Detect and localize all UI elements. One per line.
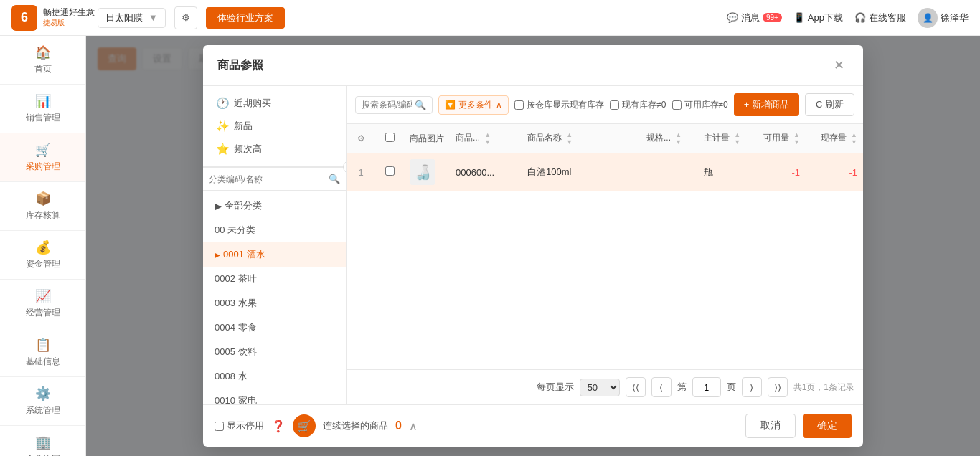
row-spec [641, 153, 698, 191]
category-item-0003[interactable]: 0003 水果 [203, 291, 346, 315]
sidebar-label-basic: 基础信息 [26, 356, 60, 368]
col-spec[interactable]: 规格... ▲▼ [641, 124, 698, 153]
sidebar-item-inventory[interactable]: 📦 库存核算 [0, 182, 85, 231]
category-tri-0001: ▶ [215, 251, 220, 259]
toolbar-right: + 新增商品 C 刷新 [734, 93, 854, 116]
modal-body: 🕐 近期购买 ✨ 新品 ⭐ 频次高 [203, 86, 863, 404]
per-page-select[interactable]: 50 100 [580, 379, 620, 396]
confirm-button[interactable]: 确定 [803, 414, 852, 438]
category-search-input[interactable] [209, 174, 326, 184]
checkbox-stock-ne0[interactable]: 现有库存≠0 [610, 99, 666, 111]
page-input[interactable] [692, 377, 721, 397]
frequent-icon: ⭐ [216, 143, 230, 156]
trial-button[interactable]: 体验行业方案 [206, 7, 285, 29]
message-item[interactable]: 💬 消息 99+ [727, 11, 782, 24]
sidebar-item-finance[interactable]: 💰 资金管理 [0, 231, 85, 280]
checkbox-stock-ne0-input[interactable] [610, 100, 619, 110]
footer-left: 显示停用 ❓ 🛒 连续选择的商品 0 ∧ [215, 414, 738, 437]
message-label: 消息 [741, 11, 760, 24]
category-arrow-all: ▶ [215, 201, 222, 212]
tab-recent[interactable]: 🕐 近期购买 [209, 92, 340, 115]
col-checkbox [375, 124, 404, 153]
store-selector[interactable]: 日太阳膜 ▼ [98, 8, 166, 28]
service-item[interactable]: 🎧 在线客服 [854, 11, 906, 24]
prev-page-button[interactable]: ⟨ [651, 377, 672, 397]
main-layout: 🏠 首页 📊 销售管理 🛒 采购管理 📦 库存核算 💰 资金管理 📈 经营管理 … [0, 36, 980, 456]
category-item-0005[interactable]: 0005 饮料 [203, 340, 346, 364]
col-code[interactable]: 商品... ▲▼ [450, 124, 522, 153]
category-list: ▶ 全部分类 00 未分类 ▶ 0001 酒水 0002 茶 [203, 191, 346, 404]
category-item-00[interactable]: 00 未分类 [203, 218, 346, 242]
sidebar-item-enterprise[interactable]: 🏢 企业协同 [0, 426, 85, 456]
message-icon: 💬 [727, 12, 738, 23]
help-icon[interactable]: ❓ [271, 419, 286, 433]
row-checkbox-cell[interactable] [375, 153, 404, 191]
sidebar-label-finance: 资金管理 [26, 258, 60, 270]
tab-frequent-label: 频次高 [234, 143, 262, 156]
finance-icon: 💰 [35, 239, 51, 255]
cancel-button[interactable]: 取消 [745, 414, 796, 438]
sidebar-item-basic[interactable]: 📋 基础信息 [0, 328, 85, 377]
sidebar-item-purchase[interactable]: 🛒 采购管理 [0, 133, 85, 182]
tab-new[interactable]: ✨ 新品 [209, 115, 340, 138]
cart-button[interactable]: 🛒 [293, 414, 316, 437]
sales-icon: 📊 [35, 93, 51, 109]
sidebar-label-sales: 销售管理 [26, 112, 60, 124]
cart-count: 0 [395, 419, 402, 432]
checkbox-avail-ne0[interactable]: 可用库存≠0 [672, 99, 728, 111]
sidebar-item-sales[interactable]: 📊 销售管理 [0, 85, 85, 133]
show-disabled-input[interactable] [215, 422, 224, 431]
select-all-checkbox[interactable] [385, 133, 395, 142]
show-disabled-checkbox[interactable]: 显示停用 [215, 419, 264, 432]
category-search-icon[interactable]: 🔍 [329, 174, 340, 184]
footer-right: 取消 确定 [745, 414, 852, 438]
sidebar-label-business: 经营管理 [26, 307, 60, 319]
refresh-button[interactable]: C 刷新 [805, 93, 854, 116]
settings-icon[interactable]: ⚙ [174, 6, 197, 29]
first-page-button[interactable]: ⟨⟨ [626, 377, 646, 397]
sidebar-item-system[interactable]: ⚙️ 系统管理 [0, 377, 85, 426]
product-table: ⚙ 商品图片 商品... ▲▼ [347, 124, 863, 191]
sidebar-item-home[interactable]: 🏠 首页 [0, 36, 85, 85]
row-checkbox[interactable] [385, 166, 395, 176]
search-icon: 🔍 [415, 100, 426, 110]
category-label-0003: 0003 水果 [215, 297, 257, 310]
sidebar-label-home: 首页 [34, 63, 52, 75]
product-search-input[interactable] [362, 100, 412, 110]
checkbox-warehouse[interactable]: 按仓库显示现有库存 [514, 99, 604, 111]
user-item[interactable]: 👤 徐泽华 [918, 8, 969, 28]
headset-icon: 🎧 [854, 12, 866, 23]
modal-close-button[interactable]: ✕ [829, 55, 849, 75]
col-stock[interactable]: 现存量 ▲▼ [806, 124, 863, 153]
filter-button[interactable]: 🔽 更多条件 ∧ [438, 95, 509, 115]
checkbox-avail-ne0-input[interactable] [672, 100, 682, 110]
table-row[interactable]: 1 🍶 000600... 白酒100ml 瓶 -1 -1 [347, 153, 863, 191]
checkbox-warehouse-input[interactable] [514, 100, 524, 110]
category-item-0004[interactable]: 0004 零食 [203, 315, 346, 340]
category-label-00: 00 未分类 [215, 224, 255, 237]
category-item-0008[interactable]: 0008 水 [203, 364, 346, 389]
col-unit[interactable]: 主计量 ▲▼ [698, 124, 748, 153]
collapse-footer-icon[interactable]: ∧ [409, 419, 418, 433]
category-item-0001[interactable]: ▶ 0001 酒水 [203, 242, 346, 267]
last-page-button[interactable]: ⟩⟩ [768, 377, 788, 397]
category-label-all: 全部分类 [225, 199, 262, 212]
category-item-0002[interactable]: 0002 茶叶 [203, 267, 346, 291]
app-download-item[interactable]: 📱 App下载 [793, 11, 843, 24]
col-avail[interactable]: 可用量 ▲▼ [748, 124, 806, 153]
sidebar-item-business[interactable]: 📈 经营管理 [0, 280, 85, 328]
logo-area: 6 畅捷通好生意 捷易版 [11, 5, 98, 31]
add-product-button[interactable]: + 新增商品 [734, 93, 799, 116]
store-name: 日太阳膜 [105, 11, 143, 24]
page-label2: 页 [727, 381, 736, 394]
category-item-0010[interactable]: 0010 家电 [203, 389, 346, 404]
category-item-all[interactable]: ▶ 全部分类 [203, 194, 346, 218]
tab-frequent[interactable]: ⭐ 频次高 [209, 138, 340, 161]
nav-right-area: 💬 消息 99+ 📱 App下载 🎧 在线客服 👤 徐泽华 [727, 8, 969, 28]
service-label: 在线客服 [869, 11, 906, 24]
next-page-button[interactable]: ⟩ [742, 377, 762, 397]
top-navigation: 6 畅捷通好生意 捷易版 日太阳膜 ▼ ⚙ 体验行业方案 💬 消息 99+ 📱 … [0, 0, 980, 36]
message-badge: 99+ [763, 13, 782, 22]
col-name[interactable]: 商品名称 ▲▼ [522, 124, 641, 153]
user-name: 徐泽华 [941, 11, 969, 24]
